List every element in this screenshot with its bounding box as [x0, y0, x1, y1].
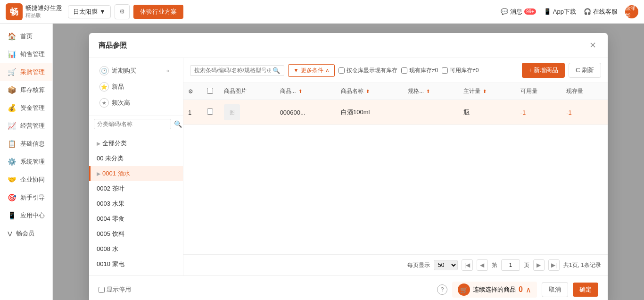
first-page-button[interactable]: |◀ — [462, 259, 473, 271]
sidebar-item-vip[interactable]: V 畅会员 — [0, 225, 52, 242]
purchase-icon: 🛒 — [8, 68, 17, 76]
usable-ne0-input[interactable] — [442, 67, 448, 74]
product-thumbnail: 图 — [224, 104, 240, 120]
messages-button[interactable]: 💬 消息 99+ — [501, 8, 536, 16]
settings-button[interactable]: ⚙ — [115, 4, 130, 19]
warehouse-checkbox-input[interactable] — [339, 67, 345, 74]
modal-left-panel: 🕐 近期购买 « ⭐ 新品 ★ 频次高 — [89, 58, 183, 275]
filter-icon: ▼ — [293, 67, 299, 74]
category-unclassified[interactable]: 00 未分类 — [89, 151, 183, 166]
online-service-button[interactable]: 🎧 在线客服 — [584, 8, 618, 16]
category-all[interactable]: ▶ 全部分类 — [89, 136, 183, 151]
category-water[interactable]: 0008 水 — [89, 242, 183, 257]
select-all-checkbox[interactable] — [207, 88, 213, 94]
sidebar-item-apps[interactable]: 📱 应用中心 — [0, 207, 52, 225]
quick-nav-new[interactable]: ⭐ 新品 — [94, 79, 178, 95]
more-filters-button[interactable]: ▼ 更多条件 ∧ — [288, 64, 335, 77]
sort-spec-icon: ⬆ — [426, 89, 430, 94]
col-settings: ⚙ — [183, 83, 202, 100]
toolbar-right: + 新增商品 C 刷新 — [522, 63, 601, 78]
sidebar-item-enterprise[interactable]: 🤝 企业协同 — [0, 171, 52, 189]
collapse-cart-button[interactable]: ∧ — [526, 285, 531, 294]
sort-code-icon: ⬆ — [298, 89, 302, 94]
quick-nav-recent[interactable]: 🕐 近期购买 « — [94, 63, 178, 79]
sidebar-item-inventory[interactable]: 📦 库存核算 — [0, 81, 52, 99]
collapse-button[interactable]: « — [163, 66, 173, 75]
col-stock: 现存量 — [561, 83, 608, 100]
app-download-button[interactable]: 📱 App下载 — [544, 8, 576, 16]
logo-icon: 畅 — [6, 3, 23, 20]
footer-left: 显示停用 — [99, 285, 131, 294]
page-size-label: 每页显示 — [407, 261, 430, 269]
category-tea[interactable]: 0002 茶叶 — [89, 181, 183, 196]
category-appliances[interactable]: 0010 家电 — [89, 257, 183, 272]
basic-info-icon: 📋 — [8, 140, 17, 148]
product-search-box: 🔍 — [190, 65, 284, 76]
enterprise-icon: 🤝 — [8, 175, 17, 184]
guide-icon: 🎯 — [8, 193, 17, 202]
stock-ne0-input[interactable] — [401, 67, 407, 74]
modal-body: 🕐 近期购买 « ⭐ 新品 ★ 频次高 — [89, 58, 608, 275]
category-search: 🔍 — [89, 116, 183, 132]
refresh-button[interactable]: C 刷新 — [569, 63, 601, 78]
modal-right-panel: 🔍 ▼ 更多条件 ∧ 按仓库显示现有库存 — [183, 58, 608, 275]
category-snacks[interactable]: 0004 零食 — [89, 211, 183, 226]
category-search-input[interactable] — [94, 119, 171, 129]
category-search-icon[interactable]: 🔍 — [174, 120, 182, 128]
cancel-button[interactable]: 取消 — [542, 282, 568, 297]
category-list: ▶ 全部分类 00 未分类 ▶ 0001 酒水 0002 茶 — [89, 132, 183, 275]
show-disabled-input[interactable] — [99, 287, 105, 293]
col-spec[interactable]: 规格... ⬆ — [403, 83, 459, 100]
next-page-button[interactable]: ▶ — [533, 259, 545, 271]
branch-selector[interactable]: 日太阳膜 ▼ — [68, 5, 111, 18]
sidebar-item-purchase[interactable]: 🛒 采购管理 — [0, 63, 52, 81]
col-code[interactable]: 商品... ⬆ — [275, 83, 336, 100]
stock-ne0-checkbox[interactable]: 现有库存≠0 — [401, 67, 438, 75]
category-liquor[interactable]: ▶ 0001 酒水 — [89, 166, 183, 181]
sidebar-item-guide[interactable]: 🎯 新手引导 — [0, 189, 52, 207]
logo-text: 畅捷通好生意 — [25, 4, 62, 12]
page-input[interactable] — [501, 259, 520, 271]
row-checkbox[interactable] — [202, 100, 219, 125]
show-disabled-checkbox[interactable]: 显示停用 — [99, 285, 131, 294]
sidebar-item-finance[interactable]: 💰 资金管理 — [0, 99, 52, 117]
inventory-icon: 📦 — [8, 86, 17, 94]
row-spec — [403, 100, 459, 125]
row-image: 图 — [219, 100, 275, 125]
category-drinks[interactable]: 0005 饮料 — [89, 226, 183, 242]
category-fruit[interactable]: 0003 水果 — [89, 196, 183, 211]
sidebar-item-sales[interactable]: 📊 销售管理 — [0, 45, 52, 63]
product-search-input[interactable] — [194, 67, 271, 74]
sidebar-item-operations[interactable]: 📈 经营管理 — [0, 117, 52, 135]
sidebar-item-basic-info[interactable]: 📋 基础信息 — [0, 135, 52, 153]
row-name: 白酒100ml — [336, 100, 403, 125]
col-unit[interactable]: 主计量 ⬆ — [459, 83, 516, 100]
page-label: 第 — [492, 261, 497, 269]
avatar: 徐泽华 — [625, 5, 638, 18]
pagination: 每页显示 50 10 20 100 |◀ ◀ 第 页 — [183, 254, 608, 275]
sidebar-item-system[interactable]: ⚙️ 系统管理 — [0, 153, 52, 171]
add-product-button[interactable]: + 新增商品 — [522, 63, 565, 78]
footer-right: ? 🛒 连续选择的商品 0 ∧ 取消 确定 — [437, 282, 598, 298]
help-button[interactable]: ? — [437, 284, 447, 295]
table-row[interactable]: 1 图 000600... 白酒100ml 瓶 — [183, 100, 608, 125]
main-layout: 🏠 首页 📊 销售管理 🛒 采购管理 📦 库存核算 💰 资金管理 📈 经营管理 … — [0, 24, 644, 300]
last-page-button[interactable]: ▶| — [548, 259, 560, 271]
sort-name-icon: ⬆ — [366, 89, 370, 94]
modal-close-button[interactable]: ✕ — [587, 40, 598, 51]
quick-nav-section: 🕐 近期购买 « ⭐ 新品 ★ 频次高 — [89, 58, 183, 116]
col-image: 商品图片 — [219, 83, 275, 100]
modal-footer: 显示停用 ? 🛒 连续选择的商品 0 ∧ 取消 确定 — [89, 275, 608, 300]
page-size-select[interactable]: 50 10 20 100 — [434, 260, 458, 270]
nav-right: 💬 消息 99+ 📱 App下载 🎧 在线客服 徐泽华 — [501, 5, 638, 18]
sidebar-item-home[interactable]: 🏠 首页 — [0, 27, 52, 45]
warehouse-display-checkbox[interactable]: 按仓库显示现有库存 — [339, 67, 397, 75]
user-menu[interactable]: 徐泽华 — [625, 5, 638, 18]
search-icon[interactable]: 🔍 — [272, 67, 280, 74]
quick-nav-frequent[interactable]: ★ 频次高 — [94, 95, 178, 111]
confirm-button[interactable]: 确定 — [573, 283, 598, 297]
usable-ne0-checkbox[interactable]: 可用库存≠0 — [442, 67, 479, 75]
trial-button[interactable]: 体验行业方案 — [133, 5, 183, 19]
prev-page-button[interactable]: ◀ — [477, 259, 488, 271]
col-name[interactable]: 商品名称 ⬆ — [336, 83, 403, 100]
